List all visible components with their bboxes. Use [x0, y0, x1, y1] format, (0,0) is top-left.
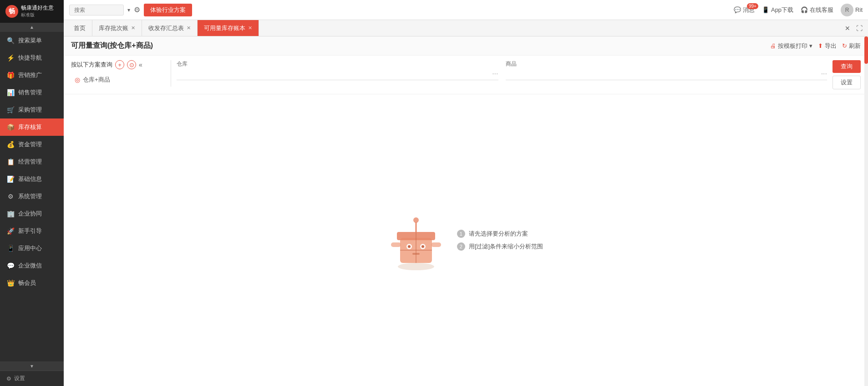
- app-download-button[interactable]: 📱 App下载: [762, 6, 793, 14]
- add-scheme-button[interactable]: +: [115, 60, 124, 69]
- filter-area: 按以下方案查询 + ⊙ « ◎ 仓库+商品 仓库 ···: [64, 56, 868, 94]
- goods-more-button[interactable]: ···: [821, 70, 827, 78]
- sidebar-item-label: 资金管理: [18, 140, 42, 149]
- close-all-button[interactable]: ✕: [843, 23, 853, 33]
- quick-nav-icon: ⚡: [6, 54, 15, 62]
- online-service-label: 在线客服: [810, 6, 833, 14]
- tab-available-ledger[interactable]: 可用量库存账本 ✕: [198, 20, 259, 36]
- scheme-item-warehouse-goods[interactable]: ◎ 仓库+商品: [71, 73, 165, 87]
- goods-input[interactable]: [506, 71, 818, 77]
- sidebar-item-operation[interactable]: 📋 经营管理: [0, 153, 64, 170]
- export-icon: ⬆: [818, 42, 823, 49]
- warehouse-input[interactable]: [177, 71, 489, 77]
- main-area: ▾ ⚙ 体验行业方案 💬 消息 99+ 📱 App下载 🎧 在线客服 R Rit: [64, 0, 868, 386]
- export-label: 导出: [825, 42, 837, 50]
- refresh-label: 刷新: [849, 42, 861, 50]
- sidebar-settings-label: 设置: [14, 375, 25, 382]
- building-icon: 🏢: [6, 210, 15, 218]
- message-badge: 99+: [747, 3, 758, 9]
- settings-button[interactable]: 设置: [832, 76, 861, 89]
- topbar-gear-icon[interactable]: ⚙: [134, 5, 140, 14]
- sidebar-item-wechat[interactable]: 💬 企业微信: [0, 257, 64, 274]
- tab-home[interactable]: 首页: [67, 20, 92, 36]
- sidebar-item-label: 企业微信: [18, 262, 42, 270]
- sidebar-version: 标准版: [21, 12, 54, 18]
- sidebar-header: 畅 畅康通好生意 标准版: [0, 0, 64, 23]
- page-header: 可用量查询(按仓库+商品) 🖨 按模板打印 ▾ ⬆ 导出 ↻ 刷新: [64, 36, 868, 56]
- empty-hint-2: 2 用[过滤]条件来缩小分析范围: [457, 242, 543, 251]
- user-avatar-area[interactable]: R Rit: [841, 4, 863, 16]
- svg-rect-11: [431, 242, 441, 247]
- sidebar-item-sales[interactable]: 📊 销售管理: [0, 84, 64, 101]
- hint-text-2: 用[过滤]条件来缩小分析范围: [469, 242, 543, 251]
- headset-icon: 🎧: [801, 6, 808, 13]
- crown-icon: 👑: [6, 279, 15, 287]
- chart-icon: 📊: [6, 88, 15, 97]
- refresh-button[interactable]: ↻ 刷新: [842, 42, 861, 50]
- tab-batch-ledger-label: 库存批次账: [99, 24, 128, 32]
- scheme-item-icon: ◎: [75, 76, 80, 83]
- query-button[interactable]: 查询: [832, 60, 861, 73]
- sidebar-item-label: 基础信息: [18, 175, 42, 183]
- tab-inventory-summary[interactable]: 收发存汇总表 ✕: [142, 20, 198, 36]
- warehouse-more-button[interactable]: ···: [492, 70, 498, 78]
- sidebar-item-member[interactable]: 👑 畅会员: [0, 274, 64, 292]
- print-icon: 🖨: [770, 42, 776, 49]
- filter-scheme-header: 按以下方案查询 + ⊙ «: [71, 60, 165, 69]
- topbar-dropdown-btn[interactable]: ▾: [127, 7, 130, 13]
- print-button[interactable]: 🖨 按模板打印 ▾: [770, 42, 812, 50]
- tab-close-icon[interactable]: ✕: [248, 25, 252, 31]
- sidebar-item-label: 经营管理: [18, 158, 42, 166]
- settings-icon: ⚙: [6, 376, 11, 382]
- svg-point-0: [398, 263, 434, 270]
- svg-rect-10: [391, 242, 401, 247]
- tab-available-ledger-label: 可用量库存账本: [204, 24, 245, 32]
- sidebar-item-label: 库存核算: [18, 123, 42, 131]
- sidebar-item-label: 搜索菜单: [18, 36, 42, 45]
- export-button[interactable]: ⬆ 导出: [818, 42, 837, 50]
- sidebar-item-purchase[interactable]: 🛒 采购管理: [0, 101, 64, 118]
- sidebar-scroll-down[interactable]: ▼: [0, 361, 64, 371]
- tab-close-all: ✕ ⛶: [843, 23, 864, 33]
- filter-scheme-panel: 按以下方案查询 + ⊙ « ◎ 仓库+商品: [71, 60, 171, 87]
- page-content: 可用量查询(按仓库+商品) 🖨 按模板打印 ▾ ⬆ 导出 ↻ 刷新: [64, 36, 868, 386]
- scheme-header-label: 按以下方案查询: [71, 61, 112, 69]
- sidebar-item-label: 销售管理: [18, 88, 42, 97]
- message-button[interactable]: 💬 消息 99+: [734, 6, 755, 14]
- right-scrollbar[interactable]: [864, 36, 868, 386]
- online-service-button[interactable]: 🎧 在线客服: [801, 6, 833, 14]
- sidebar-item-finance[interactable]: 💰 资金管理: [0, 136, 64, 153]
- sidebar-item-basic-info[interactable]: 📝 基础信息: [0, 170, 64, 188]
- sidebar-item-new-guide[interactable]: 🚀 新手引导: [0, 222, 64, 240]
- sidebar-item-enterprise[interactable]: 🏢 企业协同: [0, 205, 64, 222]
- phone-icon: 📱: [6, 244, 15, 252]
- sidebar-item-app-center[interactable]: 📱 应用中心: [0, 240, 64, 257]
- topbar-search-input[interactable]: [69, 5, 124, 15]
- scrollbar-thumb: [864, 36, 868, 64]
- filter-fields: 仓库 ··· 商品 ···: [177, 60, 827, 80]
- sidebar-item-system[interactable]: ⚙ 系统管理: [0, 188, 64, 205]
- svg-point-13: [413, 217, 419, 223]
- rocket-icon: 🚀: [6, 227, 15, 235]
- sidebar-scroll-up[interactable]: ▲: [0, 23, 64, 32]
- sidebar-item-quick-nav[interactable]: ⚡ 快捷导航: [0, 49, 64, 67]
- scheme-settings-button[interactable]: ⊙: [127, 60, 136, 69]
- tab-close-icon[interactable]: ✕: [187, 25, 191, 31]
- tab-home-label: 首页: [74, 24, 86, 32]
- empty-state: 1 请先选择要分析的方案 2 用[过滤]条件来缩小分析范围: [64, 94, 868, 386]
- sidebar-item-label: 快捷导航: [18, 54, 42, 62]
- sidebar-item-inventory[interactable]: 📦 库存核算: [0, 118, 64, 136]
- industry-solution-button[interactable]: 体验行业方案: [144, 4, 192, 16]
- hint-num-1: 1: [457, 230, 465, 238]
- empty-illustration: [389, 213, 443, 268]
- print-label: 按模板打印: [778, 42, 807, 50]
- phone-icon: 📱: [762, 6, 769, 13]
- sidebar-item-marketing[interactable]: 🎁 营销推广: [0, 67, 64, 84]
- tab-batch-ledger[interactable]: 库存批次账 ✕: [92, 20, 142, 36]
- collapse-icon[interactable]: «: [139, 61, 142, 68]
- chat-icon: 💬: [6, 262, 15, 270]
- sidebar-item-search[interactable]: 🔍 搜索菜单: [0, 32, 64, 49]
- filter-actions: 查询 设置: [832, 60, 861, 89]
- expand-button[interactable]: ⛶: [854, 23, 864, 33]
- tab-close-icon[interactable]: ✕: [131, 25, 135, 31]
